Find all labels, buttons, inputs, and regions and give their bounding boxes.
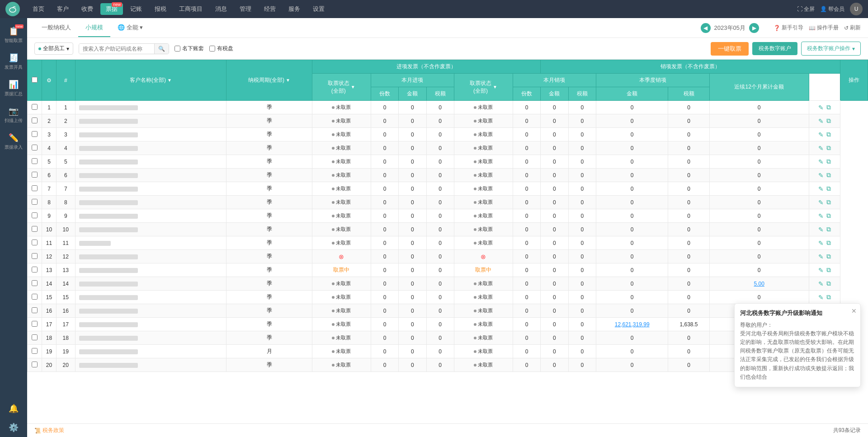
period-filter-icon[interactable]: ▼ <box>286 78 290 83</box>
one-click-ticket-button[interactable]: 一键取票 <box>711 42 749 56</box>
row-checkbox[interactable] <box>32 240 38 245</box>
copy-action-icon[interactable]: ⧉ <box>826 185 831 193</box>
row-checkbox[interactable] <box>32 172 38 178</box>
edit-action-icon[interactable]: ✎ <box>818 172 824 179</box>
row-checkbox[interactable] <box>32 131 38 137</box>
edit-action-icon[interactable]: ✎ <box>818 131 824 138</box>
copy-action-icon[interactable]: ⧉ <box>826 117 831 125</box>
select-all-checkbox[interactable] <box>32 77 38 83</box>
edit-action-icon[interactable]: ✎ <box>818 226 824 233</box>
nav-tax[interactable]: 报税 <box>149 3 172 15</box>
row-checkbox[interactable] <box>32 104 38 110</box>
copy-action-icon[interactable]: ⧉ <box>826 131 831 138</box>
row-checkbox[interactable] <box>32 212 38 218</box>
nav-fees[interactable]: 收费 <box>76 3 99 15</box>
edit-action-icon[interactable]: ✎ <box>818 267 824 274</box>
copy-action-icon[interactable]: ⧉ <box>826 103 831 111</box>
search-input[interactable] <box>79 44 154 54</box>
copy-action-icon[interactable]: ⧉ <box>826 144 831 152</box>
tax-policy-link[interactable]: 📜 税务政策 <box>34 427 64 434</box>
edit-action-icon[interactable]: ✎ <box>818 280 824 287</box>
period-next-button[interactable]: ▶ <box>749 23 759 33</box>
nav-home[interactable]: 首页 <box>27 3 50 15</box>
sidebar-item-scan-upload[interactable]: 📷 扫描上传 <box>0 102 27 128</box>
user-avatar[interactable]: U <box>850 3 863 15</box>
tax-device-checkbox[interactable] <box>209 46 215 52</box>
data-table-container[interactable]: ⚙ # 客户名称(全部) ▼ 纳税周期(全部) ▼ <box>27 60 868 423</box>
edit-action-icon[interactable]: ✎ <box>818 240 824 247</box>
nav-operations[interactable]: 经营 <box>259 3 281 15</box>
tab-small-scale[interactable]: 小规模 <box>78 19 110 37</box>
operation-manual-link[interactable]: 📖 操作手册 <box>809 24 839 32</box>
row-checkbox[interactable] <box>32 294 38 300</box>
row-checkbox[interactable] <box>32 158 38 164</box>
copy-action-icon[interactable]: ⧉ <box>826 239 831 247</box>
tax-digital-account-ops-button[interactable]: 税务数字账户操作 ▾ <box>801 42 861 56</box>
nav-clients[interactable]: 客户 <box>52 3 74 15</box>
copy-action-icon[interactable]: ⧉ <box>826 280 831 287</box>
nav-tickets[interactable]: 票据 new <box>100 3 123 15</box>
member-button[interactable]: 👤 帮会员 <box>820 5 844 13</box>
sidebar-item-smart-tickets[interactable]: 📋 智能取票 new <box>0 22 27 48</box>
tax-device-checkbox-label[interactable]: 有税盘 <box>209 45 233 52</box>
nav-settings[interactable]: 设置 <box>307 3 330 15</box>
fullscreen-button[interactable]: ⛶ 全屏 <box>797 5 815 13</box>
copy-action-icon[interactable]: ⧉ <box>826 171 831 179</box>
settings-gear-icon[interactable]: ⚙ <box>47 77 52 84</box>
row-checkbox[interactable] <box>32 199 38 205</box>
nav-accounting[interactable]: 记账 <box>125 3 147 15</box>
client-filter-icon[interactable]: ▼ <box>167 78 172 83</box>
copy-action-icon[interactable]: ⧉ <box>826 158 831 165</box>
sub-account-checkbox[interactable] <box>175 46 180 52</box>
refresh-link[interactable]: ↺ 刷新 <box>844 24 861 32</box>
edit-action-icon[interactable]: ✎ <box>818 117 824 125</box>
tab-general-taxpayer[interactable]: 一般纳税人 <box>34 19 78 37</box>
nav-messages[interactable]: 消息 <box>210 3 232 15</box>
row-checkbox[interactable] <box>32 362 38 367</box>
edit-action-icon[interactable]: ✎ <box>818 104 824 111</box>
edit-action-icon[interactable]: ✎ <box>818 145 824 152</box>
tab-all-capable[interactable]: 🌐 全能 ▾ <box>110 19 150 37</box>
sidebar-item-invoice-open[interactable]: 🧾 发票开具 <box>0 48 27 75</box>
row-out-count: 0 <box>513 250 540 263</box>
sidebar-item-notifications[interactable]: 🔔 <box>0 399 27 418</box>
row-checkbox[interactable] <box>32 253 38 259</box>
edit-action-icon[interactable]: ✎ <box>818 212 824 220</box>
nav-management[interactable]: 管理 <box>234 3 257 15</box>
row-checkbox[interactable] <box>32 280 38 286</box>
row-checkbox[interactable] <box>32 185 38 191</box>
nav-services[interactable]: 服务 <box>283 3 306 15</box>
row-checkbox[interactable] <box>32 145 38 150</box>
sidebar-item-settings[interactable]: ⚙️ <box>0 418 27 437</box>
copy-action-icon[interactable]: ⧉ <box>826 212 831 220</box>
row-checkbox[interactable] <box>32 267 38 273</box>
copy-action-icon[interactable]: ⧉ <box>826 198 831 206</box>
copy-action-icon[interactable]: ⧉ <box>826 253 831 260</box>
copy-action-icon[interactable]: ⧉ <box>826 226 831 233</box>
row-checkbox[interactable] <box>32 226 38 232</box>
copy-action-icon[interactable]: ⧉ <box>826 293 831 301</box>
tax-digital-account-button[interactable]: 税务数字账户 <box>752 42 797 55</box>
sidebar-item-ticket-entry[interactable]: ✏️ 票据录入 <box>0 128 27 155</box>
edit-action-icon[interactable]: ✎ <box>818 185 824 193</box>
sub-account-checkbox-label[interactable]: 名下账套 <box>175 45 204 52</box>
row-checkbox[interactable] <box>32 321 38 327</box>
row-checkbox[interactable] <box>32 348 38 354</box>
search-button[interactable]: 🔍 <box>154 44 169 54</box>
row-checkbox[interactable] <box>32 334 38 340</box>
row-checkbox[interactable] <box>32 307 38 313</box>
notification-close-button[interactable]: ✕ <box>851 307 857 315</box>
employee-filter[interactable]: 全部员工 ▾ <box>34 42 73 55</box>
in-status-filter-icon[interactable]: ▼ <box>351 85 355 89</box>
new-user-guide-link[interactable]: ❓ 新手引导 <box>774 24 803 32</box>
edit-action-icon[interactable]: ✎ <box>818 294 824 301</box>
period-prev-button[interactable]: ◀ <box>701 23 711 33</box>
edit-action-icon[interactable]: ✎ <box>818 253 824 260</box>
copy-action-icon[interactable]: ⧉ <box>826 266 831 274</box>
edit-action-icon[interactable]: ✎ <box>818 158 824 165</box>
edit-action-icon[interactable]: ✎ <box>818 199 824 206</box>
row-checkbox[interactable] <box>32 117 38 123</box>
out-status-filter-icon[interactable]: ▼ <box>493 85 497 89</box>
nav-business[interactable]: 工商项目 <box>174 3 208 15</box>
sidebar-item-ticket-summary[interactable]: 📊 票据汇总 <box>0 75 27 102</box>
